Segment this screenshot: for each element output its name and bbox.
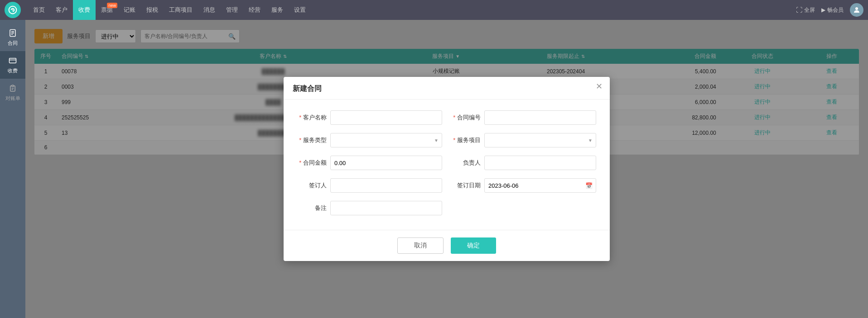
svg-point-0 [12,9,14,11]
responsible-input[interactable] [484,156,596,170]
confirm-button[interactable]: 确定 [451,237,496,254]
nav-item-settings[interactable]: 设置 [289,0,311,20]
sidebar-item-fee[interactable]: 收费 [0,51,25,79]
content-area: 新增 服务项目 进行中 已完成 已取消 🔍 序号 合同编号 ⇅ 客户名称 ⇅ [25,20,868,318]
form-group-customer: * 客户名称 [297,110,442,125]
form-row-2: * 服务类型 ▼ * 服务项目 [297,133,596,147]
fee-icon [8,56,18,66]
nav-item-ticket[interactable]: 票据 new [96,0,118,20]
nav-item-bookkeeping[interactable]: 记账 [118,0,141,20]
contract-icon [8,28,18,38]
contract-no-label: * 合同编号 [451,114,481,122]
nav-item-manage[interactable]: 管理 [221,0,243,20]
sidebar-item-statement[interactable]: 对账单 [0,79,25,106]
modal-close-button[interactable]: ✕ [596,82,603,90]
form-group-responsible: 负责人 [451,156,596,170]
service-item-select[interactable] [484,133,596,147]
form-group-service-type: * 服务类型 ▼ [297,133,442,147]
logo[interactable] [5,2,21,18]
signer-label: 签订人 [297,181,327,190]
nav-item-customer[interactable]: 客户 [50,0,73,20]
nav-item-home[interactable]: 首页 [28,0,50,20]
avatar[interactable] [850,3,863,17]
modal-footer: 取消 确定 [284,230,610,261]
nav-item-service[interactable]: 服务 [266,0,289,20]
customer-name-input[interactable] [330,110,442,125]
svg-rect-6 [10,58,16,63]
service-item-label: * 服务项目 [451,136,481,144]
form-row-1: * 客户名称 * 合同编号 [297,110,596,125]
form-row-3: * 合同金额 0.00 负责人 [297,156,596,170]
nav-item-operation[interactable]: 经营 [243,0,266,20]
amount-label: * 合同金额 [297,159,327,167]
statement-icon [8,83,18,93]
contract-no-input[interactable] [484,110,596,125]
nav-item-message[interactable]: 消息 [198,0,221,20]
modal-body: * 客户名称 * 合同编号 [284,100,610,230]
sign-date-label: 签订日期 [451,181,481,190]
svg-rect-8 [12,85,14,86]
note-input[interactable] [330,201,442,215]
form-group-amount: * 合同金额 0.00 [297,156,442,170]
modal-dialog: 新建合同 ✕ * 客户名称 [284,77,610,261]
amount-input[interactable]: 0.00 [330,156,442,170]
service-type-label: * 服务类型 [297,136,327,144]
sidebar: 合同 收费 对账单 [0,20,25,318]
form-row-5: 备注 [297,201,596,215]
service-type-select[interactable] [330,133,442,147]
fullscreen-icon: ⛶ [796,6,802,14]
calendar-icon[interactable]: 📅 [585,182,593,189]
nav-item-tax[interactable]: 报税 [141,0,164,20]
form-row-4: 签订人 签订日期 2023-06-06 📅 [297,178,596,193]
responsible-label: 负责人 [451,159,481,167]
signer-input[interactable] [330,178,442,193]
new-badge: new [107,3,117,8]
note-label: 备注 [297,204,327,212]
form-group-note: 备注 [297,201,442,215]
form-group-signer: 签订人 [297,178,442,193]
nav-item-business[interactable]: 工商项目 [164,0,198,20]
svg-point-1 [855,7,858,10]
form-group-service-item: * 服务项目 ▼ [451,133,596,147]
form-group-sign-date: 签订日期 2023-06-06 📅 [451,178,596,193]
nav-right: ⛶ 全屏 ▶ 畅会员 [796,3,863,17]
cancel-button[interactable]: 取消 [397,237,444,254]
top-nav: 首页 客户 收费 票据 new 记账 报税 工商项目 消息 管理 经营 服务 设… [0,0,868,20]
form-group-contract-no: * 合同编号 [451,110,596,125]
customer-name-label: * 客户名称 [297,114,327,122]
nav-item-fee[interactable]: 收费 [73,0,96,20]
play-icon: ▶ [821,7,825,13]
sign-date-input[interactable]: 2023-06-06 [484,178,596,193]
modal-header: 新建合同 ✕ [284,77,610,100]
member-button[interactable]: ▶ 畅会员 [821,6,844,14]
sidebar-item-contract[interactable]: 合同 [0,24,25,51]
modal-overlay: 新建合同 ✕ * 客户名称 [25,20,868,318]
fullscreen-button[interactable]: ⛶ 全屏 [796,6,815,14]
